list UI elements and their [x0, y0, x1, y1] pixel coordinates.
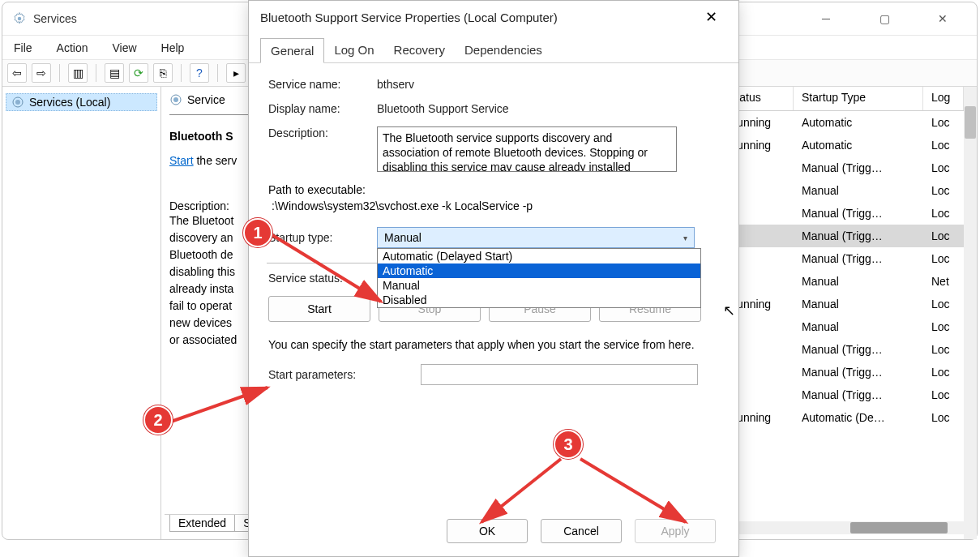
table-row[interactable]: RunningAutomaticLoc — [721, 111, 964, 134]
cell-logon: Loc — [923, 319, 964, 335]
cell-logon: Loc — [923, 228, 964, 244]
cell-startup: Manual (Trigg… — [794, 160, 923, 176]
cell-startup: Automatic — [794, 114, 923, 131]
separator — [181, 64, 182, 82]
table-row[interactable]: Manual (Trigg…Loc — [721, 247, 964, 270]
svg-point-0 — [18, 17, 22, 21]
cell-logon: Loc — [923, 409, 964, 426]
gear-icon — [12, 11, 27, 26]
tree-pane: Services (Local) — [2, 87, 161, 539]
tab-logon[interactable]: Log On — [324, 38, 383, 62]
annotation-badge-1: 1 — [243, 218, 272, 247]
table-row[interactable]: Manual (Trigg…Loc — [721, 156, 964, 179]
start-params-note: You can specify the start parameters tha… — [268, 336, 719, 353]
path-label: Path to executable: — [268, 183, 719, 196]
cursor-icon: ↖ — [723, 302, 735, 319]
col-logon[interactable]: Log — [923, 87, 964, 110]
properties-button[interactable]: ▤ — [105, 63, 124, 83]
svg-line-6 — [171, 388, 267, 422]
menu-help[interactable]: Help — [161, 41, 185, 54]
cell-logon: Net — [923, 273, 964, 289]
detail-header-text: Service — [187, 93, 225, 106]
svg-line-8 — [580, 459, 686, 522]
list-rows[interactable]: RunningAutomaticLocRunningAutomaticLocMa… — [721, 111, 964, 429]
col-startup[interactable]: Startup Type — [794, 87, 923, 110]
start-params-input[interactable] — [421, 364, 698, 385]
tab-extended[interactable]: Extended — [169, 515, 235, 532]
description-box[interactable]: The Bluetooth service supports discovery… — [377, 126, 677, 172]
extra-button[interactable]: ▸ — [226, 63, 246, 83]
table-row[interactable]: ManualLoc — [721, 179, 964, 202]
cell-startup: Manual — [794, 319, 923, 335]
menu-file[interactable]: File — [14, 41, 32, 54]
table-row[interactable]: ManualNet — [721, 270, 964, 293]
startup-type-dropdown[interactable]: Manual ▾ Automatic (Delayed Start)Automa… — [377, 227, 695, 248]
separator — [96, 64, 96, 82]
vertical-scrollbar[interactable] — [964, 87, 977, 539]
list-header: Status Startup Type Log — [721, 87, 964, 111]
dialog-title: Bluetooth Support Service Properties (Lo… — [260, 11, 695, 24]
cell-startup: Manual (Trigg… — [794, 341, 923, 358]
export-button[interactable]: ⎘ — [153, 63, 173, 83]
table-row[interactable]: Manual (Trigg…Loc — [721, 225, 964, 247]
table-row[interactable]: Manual (Trigg…Loc — [721, 202, 964, 225]
tab-general[interactable]: General — [260, 38, 324, 63]
cell-logon: Loc — [923, 364, 964, 380]
scroll-thumb[interactable] — [965, 106, 976, 139]
dropdown-list[interactable]: Automatic (Delayed Start)AutomaticManual… — [377, 248, 701, 308]
table-row[interactable]: RunningAutomaticLoc — [721, 134, 964, 156]
cell-logon: Loc — [923, 296, 964, 312]
dropdown-selected: Manual — [384, 231, 683, 244]
tab-dependencies[interactable]: Dependencies — [455, 38, 552, 62]
svg-line-5 — [272, 235, 381, 302]
menu-view[interactable]: View — [112, 41, 136, 54]
annotation-badge-3: 3 — [554, 430, 583, 459]
display-name-label: Display name: — [268, 102, 377, 115]
back-button[interactable]: ⇦ — [7, 63, 27, 83]
help-button[interactable]: ? — [190, 63, 209, 83]
menu-action[interactable]: Action — [57, 41, 88, 54]
cell-logon: Loc — [923, 251, 964, 267]
cell-startup: Manual (Trigg… — [794, 364, 923, 380]
tree-label: Services (Local) — [29, 96, 110, 109]
svg-point-3 — [173, 97, 178, 102]
dropdown-option[interactable]: Automatic (Delayed Start) — [378, 249, 700, 264]
maximize-button[interactable]: ▢ — [867, 6, 902, 31]
tab-recovery[interactable]: Recovery — [384, 38, 455, 62]
cell-logon: Loc — [923, 205, 964, 221]
forward-button[interactable]: ⇨ — [32, 63, 51, 83]
separator — [59, 64, 60, 82]
dropdown-option[interactable]: Manual — [378, 278, 700, 293]
table-row[interactable]: RunningAutomatic (De…Loc — [721, 406, 964, 429]
dropdown-option[interactable]: Automatic — [378, 264, 700, 278]
table-row[interactable]: RunningManualLoc — [721, 293, 964, 315]
annotation-arrow — [576, 454, 705, 535]
table-row[interactable]: Manual (Trigg…Loc — [721, 383, 964, 406]
table-row[interactable]: Manual (Trigg…Loc — [721, 361, 964, 383]
cell-startup: Manual — [794, 182, 923, 199]
gear-icon — [11, 96, 24, 109]
start-link[interactable]: Start — [169, 154, 194, 167]
path-value: :\Windows\system32\svchost.exe -k LocalS… — [268, 199, 719, 212]
dropdown-option[interactable]: Disabled — [378, 293, 700, 307]
start-params-label: Start parameters: — [268, 368, 419, 381]
service-name-label: Service name: — [268, 78, 377, 91]
scroll-thumb[interactable] — [850, 522, 948, 533]
close-icon[interactable]: ✕ — [695, 5, 727, 29]
start-text: the serv — [194, 154, 238, 167]
refresh-button[interactable]: ⟳ — [129, 63, 148, 83]
annotation-arrow — [267, 227, 393, 316]
display-name-value: Bluetooth Support Service — [377, 102, 719, 115]
table-row[interactable]: Manual (Trigg…Loc — [721, 338, 964, 361]
annotation-badge-2: 2 — [143, 405, 173, 435]
cell-logon: Loc — [923, 137, 964, 153]
cell-startup: Manual (Trigg… — [794, 251, 923, 267]
cell-startup: Automatic — [794, 137, 923, 153]
table-row[interactable]: ManualLoc — [721, 315, 964, 338]
close-button[interactable]: ✕ — [925, 6, 961, 31]
minimize-button[interactable]: ─ — [808, 6, 844, 31]
tree-root[interactable]: Services (Local) — [6, 93, 157, 111]
show-hide-button[interactable]: ▥ — [68, 63, 88, 83]
service-name-value: bthserv — [377, 78, 719, 91]
gear-icon — [169, 93, 182, 106]
